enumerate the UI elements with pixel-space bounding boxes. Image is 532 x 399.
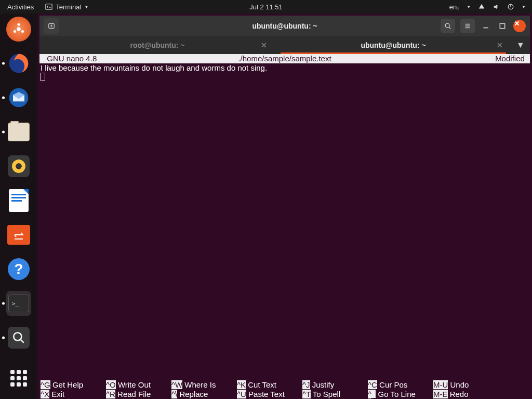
dock-libreoffice-writer-icon[interactable] [6, 188, 31, 213]
terminal-window: ubuntu@ubuntu: ~ root@ubuntu: ~✕ ubuntu@… [39, 16, 530, 399]
gnome-topbar: Activities Terminal ▼ Jul 2 11:51 en₁ ▼ … [0, 0, 532, 14]
nano-shortcut: ^K Cut Text [237, 380, 302, 390]
dock: ? >_ [0, 14, 37, 399]
nano-filename: ./home/sample/sample.text [238, 54, 331, 63]
terminal-viewport[interactable]: GNU nano 4.8 ./home/sample/sample.text M… [39, 54, 530, 399]
input-source-indicator[interactable]: en₁ [449, 3, 459, 11]
terminal-icon [45, 3, 52, 10]
text-cursor [41, 73, 45, 81]
chevron-down-icon: ▼ [522, 5, 526, 9]
svg-rect-0 [46, 4, 52, 10]
nano-shortcut: ^W Where Is [171, 380, 237, 390]
search-icon [444, 22, 451, 30]
nano-shortcut: ^_ Go To Line [368, 390, 433, 399]
chevron-down-icon: ▼ [516, 41, 525, 50]
nano-shortcut: ^U Paste Text [237, 390, 302, 399]
dock-show-applications-icon[interactable] [6, 17, 31, 42]
new-tab-icon [48, 22, 55, 30]
minimize-button[interactable] [480, 20, 491, 32]
nano-content-line: I live because the mountains do not laug… [41, 63, 267, 72]
nano-shortcut: ^J Justify [302, 380, 368, 390]
svg-line-15 [449, 27, 450, 29]
svg-point-5 [21, 30, 24, 33]
maximize-icon [499, 22, 506, 30]
nano-shortcut: ^X Exit [41, 390, 106, 399]
svg-point-3 [17, 27, 21, 31]
tab-label: ubuntu@ubuntu: ~ [361, 41, 425, 49]
tab-ubuntu[interactable]: ubuntu@ubuntu: ~✕ [275, 36, 511, 54]
maximize-button[interactable] [497, 20, 508, 32]
tab-root[interactable]: root@ubuntu: ~✕ [39, 36, 275, 54]
nano-version: GNU nano 4.8 [43, 54, 97, 63]
svg-point-14 [445, 23, 449, 28]
tabs-menu-button[interactable]: ▼ [511, 36, 530, 54]
nano-editor-body[interactable]: I live because the mountains do not laug… [39, 63, 530, 380]
tab-close-icon[interactable]: ✕ [497, 41, 503, 49]
power-icon[interactable] [507, 3, 514, 10]
close-button[interactable] [513, 20, 526, 32]
dock-help-icon[interactable]: ? [6, 257, 31, 282]
nano-shortcut: ^G Get Help [41, 380, 106, 390]
nano-help-bar: ^G Get Help ^O Write Out ^W Where Is ^K … [39, 380, 530, 399]
svg-point-4 [18, 23, 20, 26]
new-tab-button[interactable] [44, 18, 59, 34]
dock-thunderbird-icon[interactable] [6, 85, 31, 110]
close-icon [513, 20, 521, 27]
window-title: ubuntu@ubuntu: ~ [252, 22, 317, 30]
nano-shortcut: M-U Undo [433, 380, 490, 390]
clock[interactable]: Jul 2 11:51 [249, 3, 283, 11]
svg-line-10 [20, 339, 24, 343]
dock-files-icon[interactable] [6, 119, 31, 144]
nano-shortcut: M-E Redo [433, 390, 490, 399]
nano-titlebar: GNU nano 4.8 ./home/sample/sample.text M… [39, 54, 530, 63]
chevron-down-icon: ▼ [84, 5, 88, 9]
dock-firefox-icon[interactable] [6, 51, 31, 76]
svg-point-9 [14, 332, 21, 340]
network-icon[interactable] [478, 3, 485, 10]
svg-rect-20 [500, 23, 504, 28]
nano-shortcut: ^T To Spell [302, 390, 368, 399]
activities-button[interactable]: Activities [7, 3, 34, 11]
titlebar: ubuntu@ubuntu: ~ [39, 16, 530, 36]
volume-icon[interactable] [493, 3, 500, 10]
dock-software-icon[interactable] [6, 222, 31, 247]
hamburger-menu-button[interactable] [460, 19, 475, 33]
topbar-app-name: Terminal [56, 3, 81, 11]
nano-shortcut: ^O Write Out [106, 380, 171, 390]
nano-modified-flag: Modified [495, 54, 527, 63]
dock-terminal-icon[interactable]: >_ [6, 291, 31, 316]
search-button[interactable] [441, 19, 455, 33]
nano-shortcut: ^R Read File [106, 390, 171, 399]
dock-image-viewer-icon[interactable] [6, 325, 31, 350]
topbar-app-menu[interactable]: Terminal ▼ [45, 3, 88, 11]
hamburger-icon [464, 22, 471, 30]
tab-bar: root@ubuntu: ~✕ ubuntu@ubuntu: ~✕ ▼ [39, 36, 530, 54]
nano-shortcut: ^\ Replace [171, 390, 237, 399]
tab-label: root@ubuntu: ~ [130, 41, 184, 49]
chevron-down-icon: ▼ [467, 5, 471, 9]
tab-close-icon[interactable]: ✕ [261, 41, 267, 49]
svg-point-6 [14, 30, 16, 33]
show-applications-button[interactable] [8, 368, 29, 389]
minimize-icon [482, 22, 489, 30]
nano-shortcut: ^C Cur Pos [368, 380, 433, 390]
dock-rhythmbox-icon[interactable] [6, 154, 31, 179]
